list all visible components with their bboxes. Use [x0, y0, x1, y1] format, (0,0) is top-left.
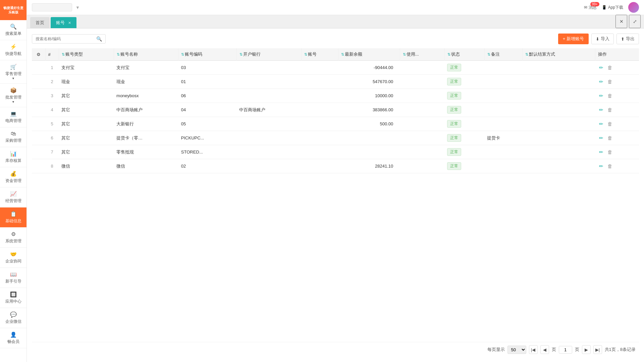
- next-page-button[interactable]: ▶: [582, 345, 591, 354]
- topbar-left: ▼: [32, 3, 80, 11]
- main-area: ▼ ✉ 消息 99+ 📱 App下载 首页 账号 ✕ ✕ ⤢: [27, 0, 644, 362]
- row-index: 2: [45, 75, 59, 89]
- sidebar-label: 新手引导: [5, 279, 21, 284]
- th-balance[interactable]: ⇅最新余额: [338, 48, 400, 61]
- delete-button[interactable]: 🗑: [606, 64, 614, 71]
- row-status: 正常: [444, 75, 484, 89]
- topbar-search-input[interactable]: [32, 3, 72, 11]
- sidebar-label: 搜索菜单: [5, 31, 21, 37]
- th-name[interactable]: ⇅账号名称: [114, 48, 178, 61]
- sidebar: 畅捷通好生意乐账版 🔍搜索菜单⚡快捷导航🛒零售管理 ▼📦批发管理 ▼💻电商管理🛍…: [0, 0, 27, 362]
- tab-home[interactable]: 首页: [30, 17, 50, 28]
- message-button[interactable]: ✉ 消息 99+: [584, 5, 597, 10]
- delete-button[interactable]: 🗑: [606, 148, 614, 156]
- row-operations: ✏ 🗑: [595, 89, 639, 103]
- edit-button[interactable]: ✏: [598, 134, 605, 142]
- tab-account[interactable]: 账号 ✕: [51, 17, 76, 28]
- sidebar-item-库存核算[interactable]: 📊库存核算: [0, 147, 26, 167]
- last-page-button[interactable]: ▶|: [593, 345, 602, 354]
- add-account-button[interactable]: + 新增账号: [558, 34, 589, 44]
- content-close-button[interactable]: ✕: [615, 15, 627, 28]
- row-balance: 500.00: [338, 117, 400, 131]
- th-code[interactable]: ⇅账号编码: [178, 48, 237, 61]
- export-button[interactable]: ⬆ 导出: [616, 34, 639, 44]
- th-operation: 操作: [595, 48, 639, 61]
- edit-button[interactable]: ✏: [598, 148, 605, 156]
- th-remark[interactable]: ⇅备注: [484, 48, 522, 61]
- th-settings[interactable]: ⚙: [32, 48, 45, 61]
- user-avatar[interactable]: [628, 2, 639, 13]
- prev-page-button[interactable]: ◀: [540, 345, 549, 354]
- th-usage[interactable]: ⇅使用...: [400, 48, 444, 61]
- sidebar-item-新手引导[interactable]: 📖新手引导: [0, 268, 26, 288]
- row-default-settle: [522, 145, 595, 159]
- search-input[interactable]: [36, 37, 96, 41]
- edit-button[interactable]: ✏: [598, 120, 605, 128]
- delete-button[interactable]: 🗑: [606, 134, 614, 141]
- sidebar-item-畅会员[interactable]: 👤畅会员: [0, 328, 26, 348]
- sidebar-item-批发管理[interactable]: 📦批发管理 ▼: [0, 84, 26, 107]
- row-index: 3: [45, 89, 59, 103]
- delete-button[interactable]: 🗑: [606, 78, 614, 85]
- sidebar-item-经营管理[interactable]: 📈经营管理: [0, 187, 26, 207]
- sidebar-label: 零售管理: [5, 71, 21, 77]
- sidebar-item-应用中心[interactable]: 🔲应用中心: [0, 288, 26, 308]
- row-remark: [484, 117, 522, 131]
- row-balance: 547670.00: [338, 75, 400, 89]
- delete-button[interactable]: 🗑: [606, 92, 614, 99]
- delete-button[interactable]: 🗑: [606, 163, 614, 170]
- app-download-button[interactable]: 📱 App下载: [602, 5, 623, 10]
- per-page-select[interactable]: 50 100 200: [507, 346, 526, 354]
- th-status[interactable]: ⇅状态: [444, 48, 484, 61]
- th-default-settle[interactable]: ⇅默认结算方式: [522, 48, 595, 61]
- edit-button[interactable]: ✏: [598, 92, 605, 100]
- sidebar-item-电商管理[interactable]: 💻电商管理: [0, 107, 26, 127]
- content-expand-button[interactable]: ⤢: [629, 15, 641, 28]
- topbar: ▼ ✉ 消息 99+ 📱 App下载: [27, 0, 644, 15]
- sidebar-item-资金管理[interactable]: 💰资金管理: [0, 167, 26, 187]
- sidebar-item-搜索菜单[interactable]: 🔍搜索菜单: [0, 20, 26, 40]
- sidebar-label: 资金管理: [5, 178, 21, 184]
- row-bank: [236, 117, 301, 131]
- page-text: 页: [552, 347, 556, 353]
- edit-button[interactable]: ✏: [598, 163, 605, 170]
- th-type[interactable]: ⇅账号类型: [59, 48, 114, 61]
- row-settings: [32, 75, 45, 89]
- import-button[interactable]: ⬇ 导入: [591, 34, 614, 44]
- tab-account-close-icon[interactable]: ✕: [68, 21, 71, 25]
- delete-button[interactable]: 🗑: [606, 106, 614, 113]
- row-usage: [400, 159, 444, 173]
- import-icon: ⬇: [596, 37, 599, 42]
- page-input[interactable]: [559, 346, 572, 354]
- row-status: 正常: [444, 61, 484, 75]
- row-usage: [400, 89, 444, 103]
- row-bank: [236, 159, 301, 173]
- table-row: 7 其它 零售抵现 STORED... 正常 ✏ 🗑: [32, 145, 639, 159]
- th-bank[interactable]: ⇅开户银行: [236, 48, 301, 61]
- row-type: 其它: [59, 145, 114, 159]
- row-balance: [338, 145, 400, 159]
- topbar-chevron-icon[interactable]: ▼: [75, 5, 80, 10]
- sidebar-icon: 🛒: [10, 64, 17, 70]
- row-remark: [484, 89, 522, 103]
- th-account[interactable]: ⇅账号: [301, 48, 338, 61]
- sidebar-item-快捷导航[interactable]: ⚡快捷导航: [0, 40, 26, 60]
- edit-button[interactable]: ✏: [598, 64, 605, 71]
- sidebar-item-系统管理[interactable]: ⚙系统管理: [0, 228, 26, 248]
- row-operations: ✏ 🗑: [595, 159, 639, 173]
- sidebar-item-零售管理[interactable]: 🛒零售管理 ▼: [0, 60, 26, 84]
- edit-button[interactable]: ✏: [598, 106, 605, 114]
- sidebar-item-企业协同[interactable]: 🤝企业协同: [0, 248, 26, 268]
- sidebar-item-采购管理[interactable]: 🛍采购管理: [0, 127, 26, 147]
- status-badge: 正常: [447, 64, 461, 71]
- sidebar-item-基础信息[interactable]: 📋基础信息: [0, 207, 26, 228]
- row-code: 03: [178, 61, 237, 75]
- row-account: [301, 75, 338, 89]
- row-code: PICKUPC...: [178, 131, 237, 145]
- sidebar-item-企业微信[interactable]: 💬企业微信: [0, 308, 26, 328]
- delete-button[interactable]: 🗑: [606, 120, 614, 127]
- search-icon[interactable]: 🔍: [96, 36, 102, 42]
- first-page-button[interactable]: |◀: [529, 345, 538, 354]
- edit-button[interactable]: ✏: [598, 78, 605, 85]
- row-code: 02: [178, 159, 237, 173]
